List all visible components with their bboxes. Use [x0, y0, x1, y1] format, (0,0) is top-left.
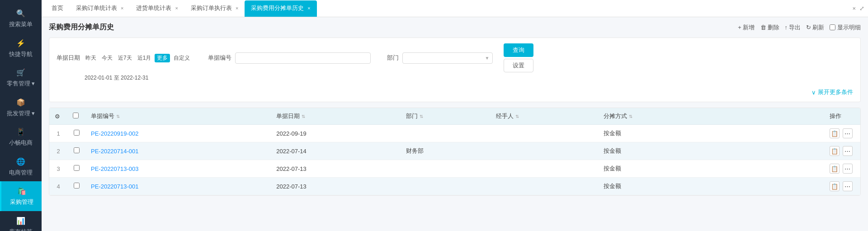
table-row: 3 PE-20220713-003 2022-07-13 按金额 📋 ⋯ [49, 160, 860, 178]
table-body: 1 PE-20220919-002 2022-09-19 按金额 📋 ⋯ 2 P… [49, 125, 860, 195]
row-more-btn-1[interactable]: ⋯ [843, 146, 853, 156]
row-dept-1: 财务部 [401, 142, 491, 160]
maximize-window-icon[interactable]: ⤢ [859, 5, 864, 12]
add-button[interactable]: + 新增 [738, 24, 755, 32]
tab-close-purchase-order-exec[interactable]: × [236, 5, 238, 11]
sidebar-item-search[interactable]: 🔍搜索菜单 [0, 4, 42, 33]
sidebar-item-inventory[interactable]: 📊库存核算 [0, 211, 42, 231]
tab-purchase-fee-split[interactable]: 采购费用分摊单历史× [245, 0, 316, 17]
date-today[interactable]: 今天 [100, 54, 114, 62]
sidebar-item-retail[interactable]: 🛒零售管理 ▾ [0, 63, 42, 93]
row-view-btn-3[interactable]: 📋 [830, 181, 840, 191]
date-quick-btns: 昨天 今天 近7天 近1月 更多 自定义 [84, 54, 192, 62]
row-select-0[interactable] [74, 130, 80, 136]
sidebar-icon-ecom-mini: 📱 [2, 127, 40, 137]
tab-label-purchase-order-stat: 采购订单统计表 [76, 4, 117, 12]
tab-label-purchase-fee-split: 采购费用分摊单历史 [251, 4, 304, 12]
date-1month[interactable]: 近1月 [136, 54, 153, 62]
sidebar-icon-wholesale: 📦 [2, 97, 40, 108]
table-row: 2 PE-20220714-001 2022-07-14 财务部 按金额 📋 ⋯ [49, 142, 860, 160]
tab-purchase-order-stat[interactable]: 采购订单统计表× [70, 0, 130, 17]
show-detail-toggle[interactable]: 显示明细 [830, 24, 861, 32]
row-handler-3 [491, 178, 598, 195]
header-actions: + 新增 🗑 删除 ↑ 导出 ↻ 刷新 显示明细 [738, 24, 861, 32]
tab-close-stock-stat[interactable]: × [175, 5, 178, 11]
date-custom[interactable]: 自定义 [172, 54, 192, 62]
doc-no-link-3[interactable]: PE-20220713-001 [91, 183, 139, 190]
row-checkbox-2 [67, 160, 85, 178]
handler-sort-icon: ⇅ [515, 114, 519, 119]
row-dept-3 [401, 178, 491, 195]
row-view-btn-2[interactable]: 📋 [830, 164, 840, 174]
th-date[interactable]: 单据日期 ⇅ [271, 108, 401, 125]
date-7days[interactable]: 近7天 [116, 54, 134, 62]
tabs-bar: 首页采购订单统计表×进货单统计表×采购订单执行表×采购费用分摊单历史× × ⤢ [42, 0, 868, 17]
doc-no-link-1[interactable]: PE-20220714-001 [91, 148, 139, 155]
sidebar-item-ecom[interactable]: 🌐电商管理 [0, 152, 42, 182]
doc-no-label: 单据编号 [208, 54, 231, 62]
close-window-icon[interactable]: × [852, 5, 856, 12]
row-view-btn-1[interactable]: 📋 [830, 146, 840, 156]
doc-no-link-2[interactable]: PE-20220713-003 [91, 165, 139, 172]
tab-label-purchase-order-exec: 采购订单执行表 [191, 4, 232, 12]
sidebar-item-quicknav[interactable]: ⚡快捷导航 [0, 33, 42, 63]
row-ops-3: 📋 ⋯ [824, 178, 860, 195]
select-all-checkbox[interactable] [73, 113, 79, 118]
date-filter-label: 单据日期 [57, 54, 80, 62]
th-ops: 操作 [824, 108, 860, 125]
row-split-method-2: 按金额 [598, 160, 824, 178]
query-button[interactable]: 查询 [504, 43, 533, 57]
row-dept-2 [401, 160, 491, 178]
row-view-btn-0[interactable]: 📋 [830, 128, 840, 138]
row-doc-no-0: PE-20220919-002 [85, 125, 271, 142]
th-doc-no[interactable]: 单据编号 ⇅ [85, 108, 271, 125]
row-more-btn-3[interactable]: ⋯ [843, 181, 853, 191]
row-handler-1 [491, 142, 598, 160]
row-more-btn-2[interactable]: ⋯ [843, 164, 853, 174]
delete-button[interactable]: 🗑 删除 [760, 24, 779, 32]
date-sort-icon: ⇅ [302, 114, 305, 119]
doc-no-input[interactable] [235, 52, 371, 64]
row-doc-no-1: PE-20220714-001 [85, 142, 271, 160]
query-settings-group: 查询 设置 [504, 43, 533, 72]
settings-button[interactable]: 设置 [504, 59, 533, 72]
table-header: ⚙ 单据编号 ⇅ 单据日期 [49, 108, 860, 125]
th-handler[interactable]: 经手人 ⇅ [491, 108, 598, 125]
show-detail-checkbox[interactable] [830, 24, 835, 30]
expand-icon: ∨ [811, 89, 816, 96]
tab-close-purchase-fee-split[interactable]: × [307, 5, 310, 11]
export-icon: ↑ [785, 24, 788, 31]
th-split-method[interactable]: 分摊方式 ⇅ [598, 108, 824, 125]
page-title: 采购费用分摊单历史 [49, 23, 114, 32]
dept-input[interactable] [402, 52, 493, 64]
row-select-3[interactable] [74, 183, 80, 189]
date-more[interactable]: 更多 [155, 54, 170, 62]
tab-purchase-order-exec[interactable]: 采购订单执行表× [184, 0, 245, 17]
th-gear: ⚙ [49, 108, 67, 125]
export-button[interactable]: ↑ 导出 [785, 24, 801, 32]
delete-icon: 🗑 [760, 24, 766, 31]
tab-stock-stat[interactable]: 进货单统计表× [130, 0, 184, 17]
tab-home[interactable]: 首页 [45, 0, 70, 17]
expand-more-btn[interactable]: ∨ 展开更多条件 [811, 88, 853, 96]
window-controls: × ⤢ [852, 5, 864, 12]
row-select-1[interactable] [74, 147, 80, 153]
row-num-0: 1 [49, 125, 67, 142]
row-doc-no-3: PE-20220713-001 [85, 178, 271, 195]
sidebar-item-wholesale[interactable]: 📦批发管理 ▾ [0, 93, 42, 123]
date-yesterday[interactable]: 昨天 [84, 54, 98, 62]
gear-icon[interactable]: ⚙ [55, 113, 60, 120]
sidebar-item-purchase[interactable]: 🛍️采购管理 [0, 181, 42, 211]
date-filter: 单据日期 昨天 今天 近7天 近1月 更多 自定义 [57, 54, 192, 62]
dept-label: 部门 [387, 54, 399, 62]
row-more-btn-0[interactable]: ⋯ [843, 128, 853, 138]
row-select-2[interactable] [74, 165, 80, 171]
row-num-3: 4 [49, 178, 67, 195]
sidebar-item-ecom-mini[interactable]: 📱小畅电商 [0, 122, 42, 152]
th-dept[interactable]: 部门 ⇅ [401, 108, 491, 125]
doc-no-sort-icon: ⇅ [116, 114, 120, 119]
doc-no-link-0[interactable]: PE-20220919-002 [91, 130, 139, 137]
tab-close-purchase-order-stat[interactable]: × [121, 5, 123, 11]
refresh-button[interactable]: ↻ 刷新 [806, 24, 824, 32]
row-num-1: 2 [49, 142, 67, 160]
